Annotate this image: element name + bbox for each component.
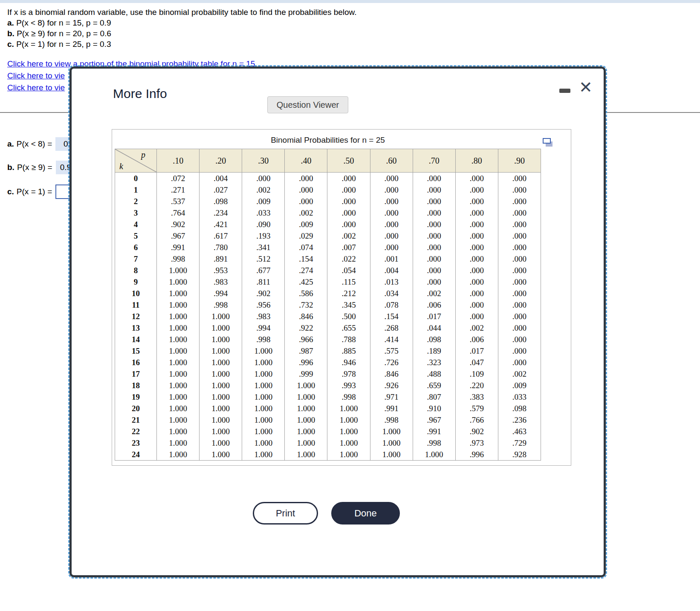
probability-cell: .212 (327, 288, 370, 299)
probability-cell: .994 (242, 322, 285, 334)
probability-cell: .991 (157, 242, 200, 253)
probability-cell: .902 (455, 426, 498, 437)
probability-cell: 1.000 (157, 311, 200, 322)
probability-cell: .000 (413, 276, 455, 288)
probability-cell: .002 (455, 322, 498, 334)
probability-cell: 1.000 (157, 437, 200, 449)
probability-cell: .846 (285, 311, 327, 322)
probability-cell: .811 (242, 276, 285, 288)
probability-cell: 1.000 (285, 426, 327, 437)
table-row: 5.967.617.193.029.002.000.000.000.000 (115, 230, 541, 242)
probability-cell: .000 (413, 242, 455, 253)
probability-cell: .928 (498, 449, 541, 461)
probability-cell: .000 (498, 334, 541, 345)
probability-cell: .090 (242, 219, 285, 230)
probability-cell: 1.000 (370, 426, 413, 437)
answer-field-c[interactable] (55, 184, 71, 199)
probability-cell: .000 (455, 242, 498, 253)
table-body: 0.072.004.000.000.000.000.000.000.0001.2… (115, 173, 541, 461)
probability-cell: 1.000 (285, 449, 327, 461)
probability-cell: .425 (285, 276, 327, 288)
problem-intro: If x is a binomial random variable, use … (7, 7, 357, 17)
probability-cell: .004 (200, 173, 242, 184)
probability-cell: .004 (370, 265, 413, 276)
probability-cell: 1.000 (242, 391, 285, 403)
probability-cell: .000 (498, 299, 541, 311)
probability-cell: .000 (455, 276, 498, 288)
p-column-header: .50 (327, 149, 370, 173)
k-value: 1 (115, 184, 157, 196)
table-row: 171.0001.0001.000.999.978.846.488.109.00… (115, 368, 541, 380)
p-column-header: .90 (498, 149, 541, 173)
probability-cell: .022 (327, 253, 370, 265)
close-icon[interactable]: ✕ (579, 79, 593, 96)
probability-cell: .000 (455, 207, 498, 219)
table-row: 4.902.421.090.009.000.000.000.000.000 (115, 219, 541, 230)
probability-cell: .677 (242, 265, 285, 276)
print-button[interactable]: Print (253, 502, 318, 525)
probability-cell: 1.000 (327, 449, 370, 461)
probability-cell: .996 (455, 449, 498, 461)
probability-cell: .000 (498, 184, 541, 196)
probability-cell: .000 (498, 345, 541, 357)
probability-cell: .000 (370, 173, 413, 184)
probability-cell: .991 (413, 426, 455, 437)
probability-cell: .000 (285, 196, 327, 207)
probability-cell: 1.000 (242, 437, 285, 449)
probability-cell: .000 (455, 265, 498, 276)
probability-cell: .998 (370, 414, 413, 426)
k-value: 18 (115, 380, 157, 391)
part-text: P(x < 8) for n = 15, p = 0.9 (16, 18, 111, 27)
probability-cell: .323 (413, 357, 455, 368)
minimize-icon[interactable] (559, 89, 570, 93)
probability-cell: 1.000 (370, 437, 413, 449)
probability-cell: .383 (455, 391, 498, 403)
popout-icon[interactable] (543, 138, 554, 147)
p-column-header: .70 (413, 149, 455, 173)
probability-cell: 1.000 (200, 414, 242, 426)
probability-cell: .885 (327, 345, 370, 357)
probability-cell: .000 (285, 184, 327, 196)
probability-cell: .922 (285, 322, 327, 334)
table-row: 7.998.891.512.154.022.001.000.000.000 (115, 253, 541, 265)
k-value: 3 (115, 207, 157, 219)
probability-cell: 1.000 (157, 380, 200, 391)
answer-expression: P(x < 8) = (17, 139, 52, 149)
probability-cell: .926 (370, 380, 413, 391)
k-value: 7 (115, 253, 157, 265)
probability-cell: .000 (455, 196, 498, 207)
probability-cell: .966 (285, 334, 327, 345)
more-info-dialog: More Info Question Viewer ✕ Binomial Pro… (69, 66, 606, 577)
probability-cell: .000 (413, 219, 455, 230)
probability-cell: .953 (200, 265, 242, 276)
probability-cell: 1.000 (200, 357, 242, 368)
probability-cell: 1.000 (157, 276, 200, 288)
probability-cell: 1.000 (327, 403, 370, 414)
probability-cell: .001 (370, 253, 413, 265)
probability-cell: 1.000 (200, 403, 242, 414)
probability-cell: .732 (285, 299, 327, 311)
probability-cell: .002 (327, 230, 370, 242)
k-value: 6 (115, 242, 157, 253)
probability-cell: .033 (242, 207, 285, 219)
corner-cell: p k (115, 149, 157, 173)
probability-cell: .345 (327, 299, 370, 311)
probability-cell: .000 (327, 196, 370, 207)
probability-cell: 1.000 (200, 449, 242, 461)
probability-cell: .072 (157, 173, 200, 184)
answer-label: a. (7, 139, 14, 149)
probability-cell: 1.000 (200, 334, 242, 345)
probability-cell: .000 (370, 184, 413, 196)
table-row: 0.072.004.000.000.000.000.000.000.000 (115, 173, 541, 184)
probability-cell: .891 (200, 253, 242, 265)
question-viewer-button[interactable]: Question Viewer (267, 96, 348, 113)
k-value: 22 (115, 426, 157, 437)
probability-cell: .000 (413, 253, 455, 265)
probability-cell: .234 (200, 207, 242, 219)
probability-cell: .009 (242, 196, 285, 207)
p-column-header: .30 (242, 149, 285, 173)
probability-cell: .579 (455, 403, 498, 414)
done-button[interactable]: Done (331, 502, 400, 525)
probability-cell: 1.000 (157, 391, 200, 403)
probability-cell: 1.000 (285, 437, 327, 449)
